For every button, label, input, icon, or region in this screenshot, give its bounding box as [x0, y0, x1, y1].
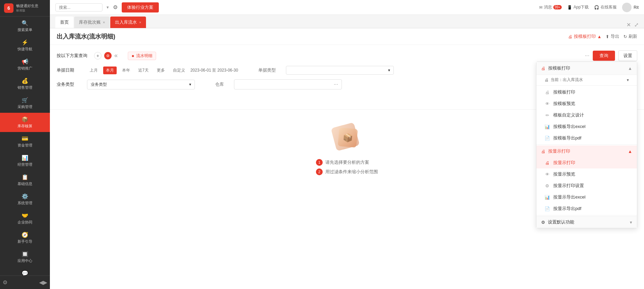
operation-icon: 📊 — [22, 155, 28, 161]
app-name: 畅捷通好生意 — [16, 3, 38, 8]
dropdown-display-print[interactable]: 🖨 按显示打印 — [536, 157, 637, 168]
sidebar-item-marketing[interactable]: 📢 营销推广 — [0, 55, 50, 74]
document-type-select[interactable]: ▾ — [286, 66, 394, 75]
filter-add-button[interactable]: + — [94, 52, 101, 59]
empty-state: 📦 1 请先选择要分析的方案 2 用过滤条件来缩小分析范围 — [316, 123, 378, 175]
inventory-icon: 📦 — [22, 116, 28, 123]
query-button[interactable]: 查询 — [593, 51, 615, 61]
display-print-icon2: 🖨 — [545, 160, 550, 165]
message-badge: 99+ — [553, 5, 562, 9]
warehouse-more-icon[interactable]: ··· — [334, 81, 338, 87]
dropdown-display-print-settings[interactable]: ⚙ 按显示打印设置 — [536, 180, 637, 191]
sidebar-item-collab[interactable]: 🤝 企业协同 — [0, 209, 50, 228]
dropdown-current-item: 🖨 当前：出入库流水 ▾ — [536, 75, 637, 85]
date-btn-this-year[interactable]: 本年 — [119, 67, 133, 74]
display-print-icon: 🖨 — [541, 149, 546, 154]
dropdown-footer[interactable]: ⚙ 设置默认功能 ▾ — [536, 216, 637, 228]
date-btn-more[interactable]: 更多 — [154, 67, 168, 74]
dropdown-print-icon: 🖨 — [541, 66, 546, 71]
sidebar: 6 畅捷通好生意 标准版 🔍 搜索菜单 ⚡ 快捷导航 📢 营销推广 💰 销售管理… — [0, 0, 50, 289]
topbar-search-input[interactable] — [55, 3, 103, 11]
tab-inventory-batch[interactable]: 库存批次账 × — [74, 17, 110, 28]
business-type-dropdown-icon: ▾ — [189, 82, 191, 87]
sidebar-item-operation[interactable]: 📊 经营管理 — [0, 151, 50, 170]
message-button[interactable]: ✉ 消息 99+ — [539, 4, 562, 10]
business-type-select[interactable]: 业务类型 ▾ — [87, 80, 195, 89]
purchase-icon: 🛒 — [22, 97, 28, 103]
dropdown-display-section[interactable]: 🖨 按显示打印 ▲ — [536, 146, 637, 157]
window-maximize-icon[interactable]: ⤢ — [634, 22, 639, 28]
display-settings-icon: ⚙ — [545, 183, 550, 188]
print-chevron-icon: ▲ — [597, 34, 602, 39]
sidebar-item-basic[interactable]: 📋 基础信息 — [0, 170, 50, 190]
sidebar-item-system[interactable]: ⚙️ 系统管理 — [0, 190, 50, 209]
window-close-icon[interactable]: ✕ — [626, 22, 631, 28]
finance-icon: 💳 — [22, 135, 28, 142]
tab-inout-flow[interactable]: 出入库流水 × — [110, 17, 146, 28]
sidebar-item-inventory[interactable]: 📦 库存核算 — [0, 113, 50, 132]
online-service-button[interactable]: 🎧 在线客服 — [594, 4, 617, 10]
tab-close-inventory-batch[interactable]: × — [103, 20, 105, 24]
trial-button[interactable]: 体验行业方案 — [122, 2, 159, 12]
divider-3 — [536, 215, 637, 215]
dropdown-template-export-excel[interactable]: 📊 按模板导出excel — [536, 121, 637, 132]
sidebar-item-search[interactable]: 🔍 搜索菜单 — [0, 17, 50, 36]
settings-button[interactable]: 设置 — [618, 50, 637, 61]
filter-collapse-button[interactable]: « — [114, 52, 118, 59]
topbar-gear-icon[interactable]: ⚙ — [113, 4, 118, 10]
display-section-arrow[interactable]: ▲ — [628, 149, 632, 154]
dropdown-template-print[interactable]: 🖨 按模板打印 — [536, 86, 637, 98]
topbar: ▾ ⚙ 体验行业方案 ✉ 消息 99+ 📱 App下载 🎧 在线客服 Rit — [50, 0, 644, 15]
empty-step-2: 2 用过滤条件来缩小分析范围 — [316, 168, 378, 175]
sidebar-item-sales[interactable]: 💰 销售管理 — [0, 74, 50, 94]
sidebar-item-apps[interactable]: 🔲 应用中心 — [0, 247, 50, 267]
export-button[interactable]: ⬆ 导出 — [606, 33, 619, 40]
empty-step-1: 1 请先选择要分析的方案 — [316, 159, 378, 166]
print-template-button[interactable]: 🖨 按模板打印 ▲ — [568, 33, 602, 40]
sidebar-bottom: ⚙ ◀▶ — [0, 275, 50, 289]
display-preview-icon: 👁 — [545, 172, 550, 177]
template-export-excel-icon: 📊 — [545, 124, 550, 129]
collapse-toggle-icon[interactable]: ◀▶ — [39, 279, 47, 286]
settings-default-arrow: ▾ — [630, 220, 632, 225]
dropdown-template-custom[interactable]: ✏ 模板自定义设计 — [536, 109, 637, 121]
app-download-button[interactable]: 📱 App下载 — [567, 4, 589, 10]
settings-default-icon: ⚙ — [541, 220, 545, 225]
template-preview-icon: 👁 — [545, 101, 550, 106]
divider-1 — [536, 85, 637, 86]
print-icon: 🖨 — [568, 34, 573, 39]
system-icon: ⚙️ — [22, 193, 28, 200]
date-filter-options: 上月 本月 本年 近7天 更多 自定义 2023-06-01 至 2023-06… — [87, 67, 238, 74]
settings-bottom-icon[interactable]: ⚙ — [3, 279, 7, 286]
dropdown-template-export-pdf[interactable]: 📄 按模板导出pdf — [536, 132, 637, 144]
dropdown-display-export-pdf[interactable]: 📄 按显示导出pdf — [536, 203, 637, 214]
filter-settings-button[interactable]: ⚙ — [104, 52, 112, 59]
dropdown-display-preview[interactable]: 👁 按显示预览 — [536, 168, 637, 180]
dropdown-template-preview[interactable]: 👁 按模板预览 — [536, 98, 637, 109]
topbar-dropdown-icon[interactable]: ▾ — [107, 5, 109, 10]
user-profile[interactable]: Rit — [622, 3, 639, 12]
date-btn-7days[interactable]: 近7天 — [136, 67, 151, 74]
divider-2 — [536, 144, 637, 145]
dropdown-display-export-excel[interactable]: 📊 按显示导出excel — [536, 191, 637, 203]
date-btn-custom[interactable]: 自定义 — [170, 67, 188, 74]
sidebar-item-wechat[interactable]: 💬 企业微信 — [0, 267, 50, 275]
warehouse-select[interactable]: ··· — [234, 79, 342, 89]
sidebar-logo: 6 畅捷通好生意 标准版 — [0, 0, 50, 17]
sidebar-item-shortcut[interactable]: ⚡ 快捷导航 — [0, 36, 50, 55]
more-icon[interactable]: ··· — [585, 53, 589, 59]
sidebar-item-finance[interactable]: 💳 资金管理 — [0, 132, 50, 151]
refresh-button[interactable]: ↻ 刷新 — [623, 33, 637, 40]
dropdown-current-arrow: ▾ — [627, 78, 629, 82]
dropdown-display-title: 🖨 按显示打印 — [541, 148, 570, 154]
sidebar-item-purchase[interactable]: 🛒 采购管理 — [0, 94, 50, 113]
tab-close-inout-flow[interactable]: × — [139, 20, 141, 24]
sidebar-item-guide[interactable]: 🧭 新手引导 — [0, 228, 50, 247]
tab-home[interactable]: 首页 — [55, 17, 74, 28]
date-btn-last-month[interactable]: 上月 — [87, 67, 100, 74]
dropdown-collapse-icon[interactable]: ▲ — [628, 66, 632, 71]
window-controls: ✕ ⤢ — [626, 22, 639, 28]
topbar-right: ✉ 消息 99+ 📱 App下载 🎧 在线客服 Rit — [539, 3, 639, 12]
date-btn-this-month[interactable]: 本月 — [103, 67, 117, 74]
filter-chip-active[interactable]: ● 流水明细 — [128, 52, 156, 60]
